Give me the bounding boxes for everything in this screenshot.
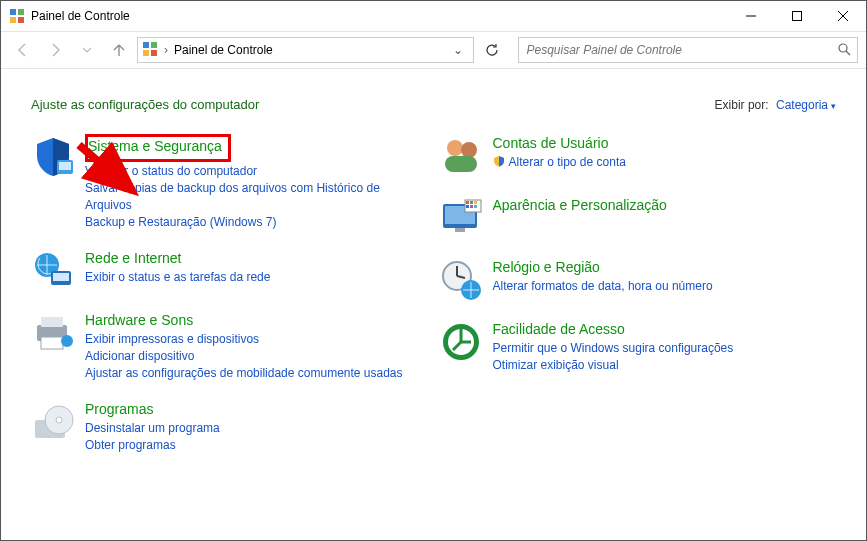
svg-rect-10	[143, 50, 149, 56]
search-icon[interactable]	[837, 42, 851, 59]
search-input[interactable]	[525, 42, 838, 58]
svg-rect-22	[41, 337, 63, 349]
maximize-button[interactable]	[774, 1, 820, 31]
window-title: Painel de Controle	[31, 9, 728, 23]
svg-rect-8	[143, 42, 149, 48]
globe-icon	[31, 249, 75, 293]
window-buttons	[728, 1, 866, 31]
address-bar[interactable]: › Painel de Controle ⌄	[137, 37, 474, 63]
task-link[interactable]: Backup e Restauração (Windows 7)	[85, 214, 429, 231]
view-by-label: Exibir por:	[715, 98, 769, 112]
task-link[interactable]: Otimizar exibição visual	[493, 357, 734, 374]
forward-button[interactable]	[41, 36, 69, 64]
ease-of-access-icon	[439, 320, 483, 364]
task-link[interactable]: Verificar o status do computador	[85, 163, 429, 180]
svg-rect-33	[466, 201, 469, 204]
minimize-button[interactable]	[728, 1, 774, 31]
svg-point-27	[447, 140, 463, 156]
svg-rect-1	[18, 9, 24, 15]
svg-rect-0	[10, 9, 16, 15]
refresh-button[interactable]	[478, 36, 506, 64]
svg-rect-11	[151, 50, 157, 56]
svg-rect-39	[455, 228, 465, 232]
control-panel-window: Painel de Controle › Painel de Controle …	[0, 0, 867, 541]
view-by[interactable]: Exibir por: Categoria▾	[715, 98, 836, 112]
left-column: Sistema e Segurança Verificar o status d…	[31, 134, 429, 472]
task-link[interactable]: Adicionar dispositivo	[85, 348, 403, 365]
shield-icon	[31, 134, 75, 178]
category-link-accounts[interactable]: Contas de Usuário	[493, 134, 609, 152]
category-clock-region: Relógio e Região Alterar formatos de dat…	[439, 258, 837, 302]
svg-point-23	[61, 335, 73, 347]
category-network-internet: Rede e Internet Exibir o status e as tar…	[31, 249, 429, 293]
printer-icon	[31, 311, 75, 355]
svg-rect-2	[10, 17, 16, 23]
chevron-down-icon: ▾	[831, 101, 836, 111]
svg-rect-35	[474, 201, 477, 204]
task-link[interactable]: Alterar o tipo de conta	[509, 154, 626, 171]
svg-rect-5	[793, 12, 802, 21]
right-column: Contas de Usuário Alterar o tipo de cont…	[439, 134, 837, 472]
category-link-network[interactable]: Rede e Internet	[85, 249, 182, 267]
users-icon	[439, 134, 483, 178]
task-link[interactable]: Exibir o status e as tarefas da rede	[85, 269, 270, 286]
svg-rect-19	[53, 273, 69, 281]
address-icon	[142, 41, 158, 60]
close-button[interactable]	[820, 1, 866, 31]
recent-locations-button[interactable]	[73, 36, 101, 64]
address-dropdown-icon[interactable]: ⌄	[453, 43, 469, 57]
navbar: › Painel de Controle ⌄	[1, 32, 866, 69]
task-link[interactable]: Ajustar as configurações de mobilidade c…	[85, 365, 403, 382]
category-link-system-security[interactable]: Sistema e Segurança	[88, 137, 222, 155]
svg-rect-29	[445, 156, 477, 172]
category-link-hardware[interactable]: Hardware e Sons	[85, 311, 193, 329]
task-link[interactable]: Obter programas	[85, 437, 220, 454]
control-panel-icon	[9, 8, 25, 24]
svg-rect-36	[466, 205, 469, 208]
category-appearance: Aparência e Personalização	[439, 196, 837, 240]
titlebar: Painel de Controle	[1, 1, 866, 32]
back-button[interactable]	[9, 36, 37, 64]
task-link[interactable]: Alterar formatos de data, hora ou número	[493, 278, 713, 295]
view-by-value[interactable]: Categoria	[776, 98, 828, 112]
category-programs: Programas Desinstalar um programa Obter …	[31, 400, 429, 454]
category-link-clock[interactable]: Relógio e Região	[493, 258, 600, 276]
task-link[interactable]: Permitir que o Windows sugira configuraç…	[493, 340, 734, 357]
disc-icon	[31, 400, 75, 444]
task-link[interactable]: Desinstalar um programa	[85, 420, 220, 437]
task-link[interactable]: Exibir impressoras e dispositivos	[85, 331, 403, 348]
category-ease-of-access: Facilidade de Acesso Permitir que o Wind…	[439, 320, 837, 374]
clock-globe-icon	[439, 258, 483, 302]
search-box[interactable]	[518, 37, 859, 63]
uac-shield-icon	[493, 155, 505, 170]
highlight-box: Sistema e Segurança	[85, 134, 231, 162]
svg-point-26	[56, 417, 62, 423]
breadcrumb-separator-icon[interactable]: ›	[164, 43, 168, 57]
page-title: Ajuste as configurações do computador	[31, 97, 715, 112]
svg-point-12	[839, 44, 847, 52]
svg-rect-3	[18, 17, 24, 23]
content-area: Ajuste as configurações do computador Ex…	[1, 69, 866, 482]
svg-rect-38	[474, 205, 477, 208]
monitor-icon	[439, 196, 483, 240]
svg-rect-37	[470, 205, 473, 208]
breadcrumb-root[interactable]: Painel de Controle	[174, 43, 273, 57]
category-link-programs[interactable]: Programas	[85, 400, 153, 418]
category-user-accounts: Contas de Usuário Alterar o tipo de cont…	[439, 134, 837, 178]
category-system-security: Sistema e Segurança Verificar o status d…	[31, 134, 429, 231]
up-button[interactable]	[105, 36, 133, 64]
category-hardware-sound: Hardware e Sons Exibir impressoras e dis…	[31, 311, 429, 382]
svg-rect-16	[59, 162, 71, 170]
svg-rect-34	[470, 201, 473, 204]
category-link-ease[interactable]: Facilidade de Acesso	[493, 320, 625, 338]
svg-line-13	[846, 51, 850, 55]
svg-rect-21	[41, 317, 63, 327]
task-link[interactable]: Salvar cópias de backup dos arquivos com…	[85, 180, 429, 214]
category-link-appearance[interactable]: Aparência e Personalização	[493, 196, 667, 214]
svg-point-28	[461, 142, 477, 158]
svg-rect-9	[151, 42, 157, 48]
